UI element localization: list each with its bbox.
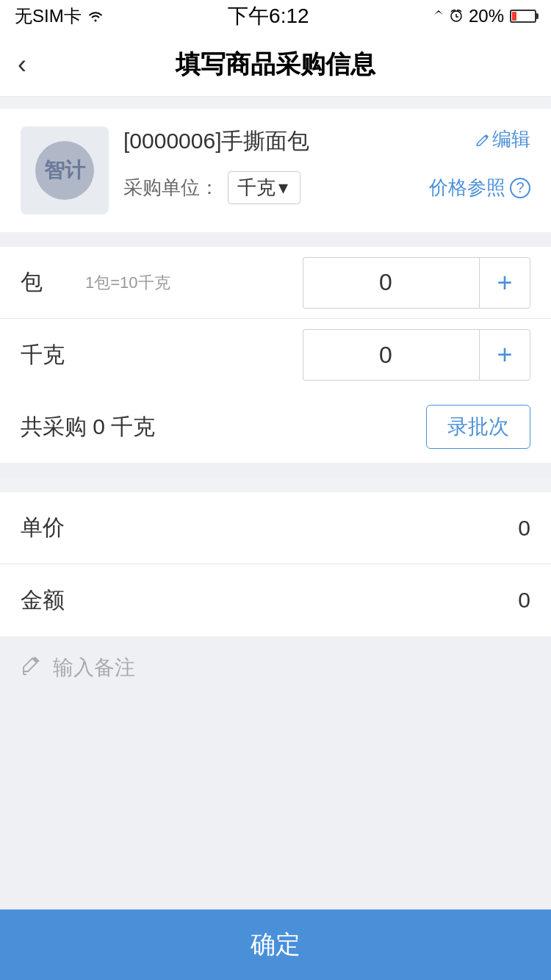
summary-row: 共采购 0 千克 录批次 [0, 391, 551, 463]
location-icon [433, 6, 444, 26]
pencil-icon [21, 655, 41, 676]
unit-price-label: 单价 [21, 513, 65, 543]
battery-pct-text: 20% [469, 6, 504, 26]
notes-input-row[interactable]: 输入备注 [21, 654, 530, 682]
bag-sublabel: 1包=10千克 [85, 272, 170, 294]
product-name: [0000006]手撕面包 [123, 126, 309, 156]
unit-price-row: 单价 0 [0, 492, 551, 564]
back-button[interactable]: ‹ [18, 49, 26, 80]
dropdown-arrow-icon: ▾ [278, 176, 288, 199]
product-card: 智计 [0000006]手撕面包 编辑 采购单位： 千克 ▾ [0, 109, 551, 232]
unit-row: 采购单位： 千克 ▾ [123, 171, 300, 204]
price-ref-help-icon: ? [510, 178, 530, 198]
kg-field-wrap: + [303, 329, 530, 381]
unit-price-value: 0 [518, 516, 530, 541]
edit-icon [476, 133, 489, 146]
info-section: 单价 0 金额 0 [0, 492, 551, 636]
bag-plus-button[interactable]: + [479, 257, 530, 309]
product-info: [0000006]手撕面包 编辑 采购单位： 千克 ▾ [123, 126, 530, 204]
summary-text: 共采购 0 千克 [21, 412, 155, 442]
price-ref-label: 价格参照 [429, 175, 505, 201]
kg-label: 千克 [21, 340, 79, 370]
status-bar-time: 下午6:12 [228, 2, 309, 30]
wifi-icon [87, 6, 104, 26]
price-ref-button[interactable]: 价格参照 ? [429, 175, 530, 201]
status-bar-left: 无SIM卡 [15, 4, 104, 28]
product-thumbnail: 智计 [21, 126, 109, 215]
section-divider-1 [0, 232, 551, 247]
batch-button[interactable]: 录批次 [426, 405, 530, 449]
amount-row: 金额 0 [0, 564, 551, 636]
amount-label: 金额 [21, 586, 65, 616]
bag-label: 包 [21, 267, 79, 298]
input-section: 包 1包=10千克 + 千克 + [0, 247, 551, 391]
unit-dropdown[interactable]: 千克 ▾ [228, 171, 300, 204]
unit-value: 千克 [237, 175, 276, 201]
kg-plus-button[interactable]: + [479, 329, 530, 381]
notes-icon [21, 655, 41, 681]
bag-field-wrap: + [303, 257, 530, 309]
bag-input[interactable] [303, 257, 479, 309]
notes-section: 输入备注 [0, 636, 551, 915]
confirm-button[interactable]: 确定 [0, 909, 551, 980]
battery-icon [510, 10, 536, 23]
edit-button[interactable]: 编辑 [476, 126, 530, 152]
carrier-text: 无SIM卡 [15, 4, 82, 28]
alarm-icon [450, 6, 463, 26]
nav-bar: ‹ 填写商品采购信息 [0, 32, 551, 97]
bag-input-row: 包 1包=10千克 + [0, 247, 551, 319]
product-logo: 智计 [35, 141, 94, 200]
status-bar: 无SIM卡 下午6:12 20% [0, 0, 551, 32]
page-title: 填写商品采购信息 [176, 48, 375, 82]
unit-label: 采购单位： [123, 175, 219, 201]
amount-value: 0 [518, 588, 530, 613]
section-divider-2 [0, 463, 551, 478]
status-bar-right: 20% [433, 6, 536, 26]
kg-input[interactable] [303, 329, 479, 381]
kg-input-row: 千克 + [0, 319, 551, 391]
edit-label: 编辑 [492, 126, 530, 152]
notes-placeholder: 输入备注 [53, 654, 135, 682]
